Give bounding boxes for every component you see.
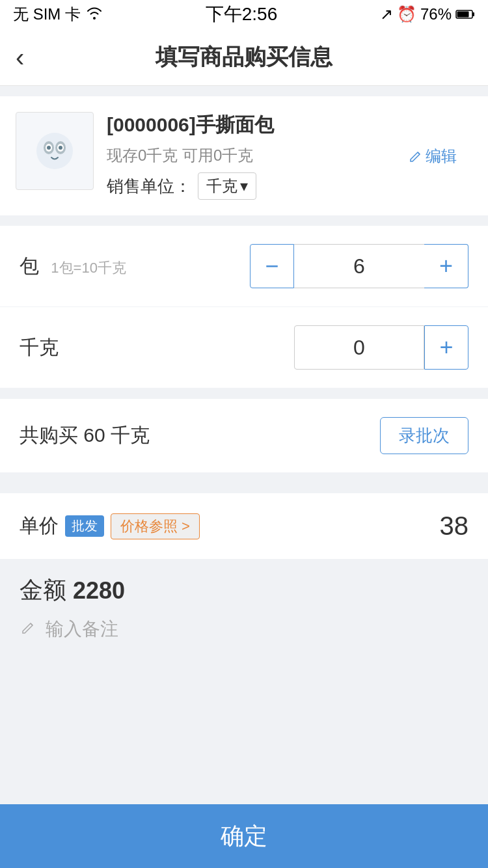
confirm-bar[interactable]: 确定: [0, 804, 488, 868]
confirm-button[interactable]: 确定: [221, 821, 267, 852]
battery-icon: [455, 5, 475, 23]
carrier-text: 无 SIM 卡: [13, 4, 81, 25]
qty-controls-bao: − +: [250, 244, 468, 288]
price-batch-tag: 批发: [65, 515, 104, 537]
nav-bar: ‹ 填写商品购买信息: [0, 29, 488, 86]
page-title: 填写商品购买信息: [156, 42, 332, 72]
qty-hint-bao: 1包=10千克: [51, 260, 126, 276]
amount-row: 金额 2280: [20, 575, 468, 606]
price-value: 38: [440, 511, 469, 541]
product-card: [0000006]手撕面包 现存0千克 可用0千克 销售单位： 千克 ▾ 编辑: [0, 96, 488, 215]
quantity-section: 包 1包=10千克 − + 千克 +: [0, 226, 488, 388]
qty-row-bao: 包 1包=10千克 − +: [0, 226, 488, 307]
battery-text: 76%: [420, 5, 452, 23]
note-placeholder: 输入备注: [46, 617, 118, 642]
amount-label: 金额: [20, 575, 66, 606]
amount-section: 金额 2280 输入备注: [0, 559, 488, 657]
qty-input-bao[interactable]: [294, 244, 424, 288]
svg-rect-1: [472, 12, 474, 16]
svg-point-8: [47, 146, 51, 150]
unit-label: 销售单位：: [107, 175, 191, 198]
chevron-down-icon: ▾: [240, 177, 248, 195]
svg-point-9: [59, 146, 62, 150]
qty-minus-bao[interactable]: −: [250, 244, 294, 288]
qty-row-kg: 千克 +: [0, 307, 488, 388]
price-label: 单价: [20, 513, 59, 539]
status-right: ↗ ⏰ 76%: [380, 5, 475, 23]
product-thumbnail: [16, 112, 94, 190]
edit-button[interactable]: 编辑: [409, 146, 457, 167]
total-label: 共购买 60 千克: [20, 422, 150, 449]
product-name: [0000006]手撕面包: [107, 112, 472, 139]
status-time: 下午2:56: [206, 2, 278, 27]
unit-select[interactable]: 千克 ▾: [198, 172, 256, 200]
qty-plus-bao[interactable]: +: [424, 244, 468, 288]
wifi-icon: [86, 5, 103, 23]
separator-1: [0, 472, 488, 483]
qty-input-kg[interactable]: [294, 325, 424, 370]
batch-button[interactable]: 录批次: [380, 417, 468, 454]
total-row: 共购买 60 千克 录批次: [0, 399, 488, 472]
svg-point-3: [36, 133, 73, 169]
qty-label-bao: 包 1包=10千克: [20, 253, 250, 280]
qty-label-kg: 千克: [20, 334, 294, 361]
status-bar: 无 SIM 卡 下午2:56 ↗ ⏰ 76%: [0, 0, 488, 29]
amount-value: 2280: [73, 577, 125, 604]
svg-rect-2: [457, 12, 469, 18]
note-row[interactable]: 输入备注: [20, 617, 468, 642]
price-row: 单价 批发 价格参照 > 38: [20, 511, 468, 541]
product-unit-row: 销售单位： 千克 ▾: [107, 172, 472, 200]
note-icon: [20, 618, 38, 641]
price-label-group: 单价 批发 价格参照 >: [20, 513, 200, 539]
qty-controls-kg: +: [294, 325, 468, 370]
price-ref-button[interactable]: 价格参照 >: [111, 513, 200, 539]
price-section: 单价 批发 价格参照 > 38: [0, 493, 488, 559]
product-info: [0000006]手撕面包 现存0千克 可用0千克 销售单位： 千克 ▾ 编辑: [107, 112, 472, 200]
back-button[interactable]: ‹: [16, 44, 24, 70]
qty-plus-kg[interactable]: +: [424, 325, 468, 370]
status-left: 无 SIM 卡: [13, 4, 103, 25]
location-icon: ↗: [380, 5, 393, 23]
alarm-icon: ⏰: [397, 5, 416, 23]
